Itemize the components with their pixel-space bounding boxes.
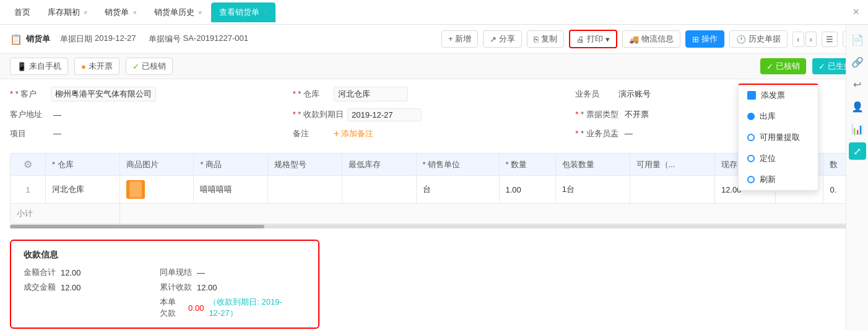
sold-badge: ✓ 已核销 bbox=[760, 58, 806, 74]
operations-button[interactable]: ⊞ 操作 bbox=[685, 30, 724, 48]
th-product: * 商品 bbox=[194, 154, 268, 176]
window-close-button[interactable]: × bbox=[850, 3, 862, 21]
outbound-item[interactable]: 出库 bbox=[739, 106, 818, 127]
prev-button[interactable]: ‹ bbox=[792, 32, 804, 47]
check-button[interactable]: ✓ 已核销 bbox=[126, 58, 173, 75]
scroll-hint[interactable] bbox=[10, 225, 858, 228]
row-spec bbox=[268, 176, 342, 204]
row-product-img bbox=[119, 176, 194, 204]
sidebar-icon-link[interactable]: 🔗 bbox=[849, 53, 866, 71]
tab-inventory[interactable]: 库存期初 × bbox=[40, 2, 95, 22]
sidebar-icon-chart[interactable]: 📊 bbox=[849, 120, 866, 137]
customer-label: * 客户 bbox=[10, 89, 47, 100]
tab-sales-label: 销货单 bbox=[105, 7, 129, 18]
refresh-icon bbox=[747, 176, 755, 183]
agent-value: — bbox=[622, 128, 635, 139]
outbound-label: 出库 bbox=[760, 111, 776, 122]
subtotal-empty bbox=[119, 204, 857, 224]
th-min-stock: 最低库存 bbox=[342, 154, 416, 176]
sidebar-icon-doc[interactable]: 📄 bbox=[849, 31, 866, 48]
form-row-2: 客户地址 — * 收款到期日 2019-12-27 * 票据类型 不开票 bbox=[10, 108, 858, 121]
tab-home-label: 首页 bbox=[14, 7, 30, 18]
th-product-img: 商品图片 bbox=[119, 154, 194, 176]
agent-label: * 业务员盂 bbox=[575, 128, 618, 139]
note-field: 备注 + 添加备注 bbox=[293, 128, 576, 139]
sidebar-icon-expand[interactable]: ⤢ bbox=[849, 142, 866, 160]
subtotal-label: 小计 bbox=[11, 204, 119, 224]
tab-inventory-label: 库存期初 bbox=[48, 7, 80, 18]
tab-sales-history[interactable]: 销货单历史 × bbox=[146, 2, 210, 22]
row-pkg-qty: 1台 bbox=[555, 176, 630, 204]
locate-item[interactable]: 定位 bbox=[739, 148, 818, 169]
sidebar-icon-undo[interactable]: ↩ bbox=[849, 76, 866, 93]
locate-label: 定位 bbox=[760, 153, 776, 164]
row-unit: 台 bbox=[416, 176, 499, 204]
refresh-label: 刷新 bbox=[760, 174, 776, 185]
check-icon: ✓ bbox=[132, 62, 139, 71]
copy-button[interactable]: ⎘ 复制 bbox=[527, 30, 564, 48]
th-unit: * 销售单位 bbox=[416, 154, 499, 176]
sold-check-icon: ✓ bbox=[766, 62, 773, 71]
warehouse-value[interactable]: 河北仓库 bbox=[334, 87, 408, 102]
print-icon: 🖨 bbox=[576, 35, 584, 44]
operations-icon: ⊞ bbox=[692, 35, 699, 44]
overdue-label: 本单欠款 bbox=[160, 297, 183, 319]
tab-home[interactable]: 首页 bbox=[6, 2, 38, 22]
gear-icon[interactable]: ⚙ bbox=[24, 159, 32, 170]
table-row: 1 河北仓库 嘻嘻嘻嘻 台 1.00 1台 12.00 bbox=[11, 176, 857, 204]
toolbar: + 新增 ↗ 分享 ⎘ 复制 🖨 打印 ▾ 🚚 物流信息 ⊞ 操作 bbox=[441, 30, 858, 48]
unopened-button[interactable]: ● 未开票 bbox=[74, 58, 119, 75]
list-view-button[interactable]: ☰ bbox=[822, 32, 838, 47]
bill-icon: ● bbox=[81, 62, 86, 71]
available-qty-label: 可用量提取 bbox=[760, 132, 800, 143]
add-note-button[interactable]: + 添加备注 bbox=[334, 128, 373, 139]
sidebar-icon-user[interactable]: 👤 bbox=[849, 98, 866, 115]
tab-view-sales[interactable]: 查看销货单 × bbox=[211, 2, 275, 22]
copy-icon: ⎘ bbox=[534, 35, 539, 44]
tab-inventory-close[interactable]: × bbox=[84, 9, 87, 16]
address-value: — bbox=[51, 109, 64, 121]
product-table: ⚙ * 仓库 商品图片 * 商品 规格型号 最低库存 * 销售单位 * 数量 包… bbox=[10, 153, 858, 225]
note-label: 备注 bbox=[293, 128, 330, 139]
product-image-inner bbox=[129, 181, 142, 198]
tab-sales-close[interactable]: × bbox=[132, 9, 136, 16]
row-qty: 1.00 bbox=[499, 176, 555, 204]
overdue-value: 0.00 bbox=[188, 303, 204, 313]
available-qty-item[interactable]: 可用量提取 bbox=[739, 127, 818, 148]
doc-meta: 单据日期 2019-12-27 单据编号 SA-20191227-001 bbox=[60, 33, 248, 45]
history-button[interactable]: 🕐 历史单据 bbox=[729, 30, 788, 48]
print-button[interactable]: 🖨 打印 ▾ bbox=[569, 30, 617, 48]
history-icon: 🕐 bbox=[736, 35, 746, 44]
row-num: 1 bbox=[11, 176, 46, 204]
right-sidebar: 📄 🔗 ↩ 👤 📊 ⤢ bbox=[846, 25, 868, 330]
payment-cumulative: 累计收款 12.00 bbox=[160, 282, 284, 293]
deal-amount-value: 12.00 bbox=[61, 283, 81, 292]
due-date-label: * 收款到期日 bbox=[293, 109, 344, 120]
th-gear[interactable]: ⚙ bbox=[11, 154, 46, 176]
tab-view-sales-label: 查看销货单 bbox=[219, 7, 259, 18]
project-label: 项目 bbox=[10, 128, 47, 139]
share-button[interactable]: ↗ 分享 bbox=[483, 30, 522, 48]
tab-sales[interactable]: 销货单 × bbox=[97, 2, 144, 22]
project-value: — bbox=[51, 128, 64, 139]
customer-value[interactable]: 柳州粤港平安气体有限公司 bbox=[51, 87, 156, 102]
add-invoice-icon bbox=[747, 91, 756, 100]
from-phone-button[interactable]: 📱 来自手机 bbox=[10, 58, 68, 75]
tab-sales-history-close[interactable]: × bbox=[198, 9, 202, 16]
add-invoice-item[interactable]: 添发票 bbox=[739, 85, 818, 106]
due-date-value[interactable]: 2019-12-27 bbox=[347, 108, 422, 121]
main-content: 📋 销货单 单据日期 2019-12-27 单据编号 SA-20191227-0… bbox=[0, 25, 868, 330]
sub-header: 📋 销货单 单据日期 2019-12-27 单据编号 SA-20191227-0… bbox=[0, 25, 868, 54]
phone-icon: 📱 bbox=[17, 62, 27, 71]
tab-sales-history-label: 销货单历史 bbox=[154, 7, 194, 18]
logistics-button[interactable]: 🚚 物流信息 bbox=[622, 30, 680, 48]
same-order-value: — bbox=[197, 268, 205, 277]
doc-type-label: 销货单 bbox=[26, 33, 50, 45]
tab-bar: 首页 库存期初 × 销货单 × 销货单历史 × 查看销货单 × × bbox=[0, 0, 868, 25]
tab-view-sales-close[interactable]: × bbox=[263, 9, 267, 16]
amount-value: 12.00 bbox=[61, 268, 81, 277]
warehouse-label: * 仓库 bbox=[293, 89, 330, 100]
next-button[interactable]: › bbox=[805, 32, 817, 47]
refresh-item[interactable]: 刷新 bbox=[739, 169, 818, 190]
new-button[interactable]: + 新增 bbox=[441, 30, 478, 48]
